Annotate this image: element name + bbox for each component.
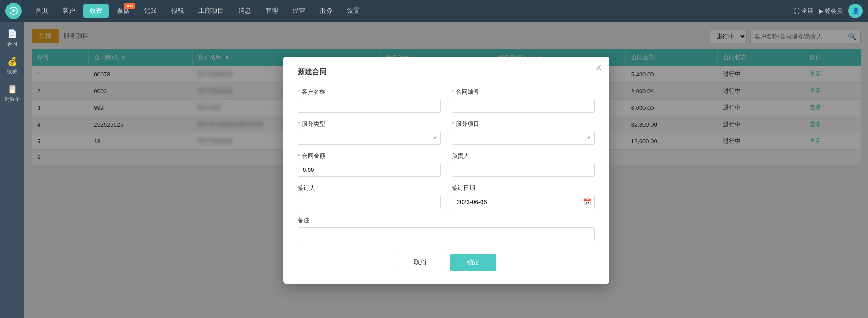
calendar-icon[interactable]: 📅: [583, 198, 591, 205]
main-content: 新增 服务项目 进行中 已完成 已终止 🔍 序号 合同: [24, 22, 868, 318]
label-responsible: 负责人: [452, 152, 595, 160]
avatar[interactable]: 👤: [848, 4, 863, 18]
new-contract-modal: ✕ 新建合同 * 客户名称 * 合同编号: [283, 57, 609, 284]
select-service-type[interactable]: [298, 131, 441, 145]
sidebar-item-contract[interactable]: 📄 合同: [1, 25, 24, 51]
service-item-wrapper: ▾: [452, 131, 595, 145]
label-contract-no: * 合同编号: [452, 88, 595, 96]
field-notes: 备注: [298, 216, 595, 241]
select-service-item[interactable]: [452, 131, 595, 145]
cancel-button[interactable]: 取消: [397, 254, 443, 271]
label-sign-date: 签订日期: [452, 184, 595, 192]
nav-service[interactable]: 服务: [313, 4, 339, 18]
fee-icon: 💰: [7, 57, 17, 66]
label-service-item: * 服务项目: [452, 120, 595, 128]
layout: 📄 合同 💰 收费 📋 对账单 新增 服务项目 进行中 已完成 已终止: [0, 22, 868, 318]
nav-client[interactable]: 客户: [56, 4, 82, 18]
nav-message[interactable]: 消息: [232, 4, 257, 18]
form-grid: * 客户名称 * 合同编号: [298, 88, 595, 241]
label-customer-name: * 客户名称: [298, 88, 441, 96]
input-customer-name[interactable]: [298, 99, 441, 113]
label-contract-amount: * 合同金额: [298, 152, 441, 160]
nav-menu: 首页 客户 收费 票据 new 记账 报税 工商项目 消息 管理 经营 服务 设…: [29, 4, 794, 18]
nav-tax[interactable]: 报税: [165, 4, 190, 18]
sidebar-item-fee[interactable]: 💰 收费: [1, 53, 24, 79]
reconciliation-icon: 📋: [7, 84, 17, 94]
new-badge: new: [124, 3, 135, 9]
modal-footer: 取消 确定: [298, 254, 595, 271]
input-contract-amount[interactable]: [298, 163, 441, 177]
nav-bookkeeping[interactable]: 记账: [138, 4, 163, 18]
input-signer[interactable]: [298, 195, 441, 209]
field-contract-no: * 合同编号: [452, 88, 595, 113]
nav-invoice[interactable]: 票据 new: [111, 4, 136, 18]
nav-settings[interactable]: 设置: [341, 4, 366, 18]
label-signer: 签订人: [298, 184, 441, 192]
field-responsible: 负责人: [452, 152, 595, 177]
modal-title: 新建合同: [298, 67, 595, 77]
nav-home[interactable]: 首页: [29, 4, 54, 18]
label-service-type: * 服务类型: [298, 120, 441, 128]
nav-operation[interactable]: 经营: [286, 4, 312, 18]
label-notes: 备注: [298, 216, 595, 224]
service-type-wrapper: ▾: [298, 131, 441, 145]
field-customer-name: * 客户名称: [298, 88, 441, 113]
sidebar: 📄 合同 💰 收费 📋 对账单: [0, 22, 24, 318]
field-contract-amount: * 合同金额: [298, 152, 441, 177]
field-service-type: * 服务类型 ▾: [298, 120, 441, 145]
nav-business[interactable]: 工商项目: [192, 4, 230, 18]
field-service-item: * 服务项目 ▾: [452, 120, 595, 145]
confirm-button[interactable]: 确定: [450, 254, 496, 271]
modal-close-button[interactable]: ✕: [595, 63, 602, 73]
contract-icon: 📄: [7, 29, 17, 39]
field-signer: 签订人: [298, 184, 441, 209]
input-notes[interactable]: [298, 227, 595, 241]
input-sign-date[interactable]: [452, 195, 595, 209]
sidebar-item-reconciliation[interactable]: 📋 对账单: [1, 81, 24, 106]
modal-overlay: ✕ 新建合同 * 客户名称 * 合同编号: [24, 22, 868, 318]
nav-manage[interactable]: 管理: [259, 4, 285, 18]
navbar: 首页 客户 收费 票据 new 记账 报税 工商项目 消息 管理 经营 服务 设…: [0, 0, 868, 22]
vip-icon: ▶: [819, 8, 823, 14]
input-contract-no[interactable]: [452, 99, 595, 113]
field-sign-date: 签订日期 📅: [452, 184, 595, 209]
vip-button[interactable]: ▶ 畅会员: [819, 7, 843, 15]
fullscreen-button[interactable]: ⛶ 全屏: [794, 7, 813, 15]
input-responsible[interactable]: [452, 163, 595, 177]
nav-fee[interactable]: 收费: [83, 4, 109, 18]
app-logo[interactable]: [5, 3, 22, 19]
navbar-right: ⛶ 全屏 ▶ 畅会员 👤: [794, 4, 863, 18]
sign-date-wrapper: 📅: [452, 195, 595, 209]
fullscreen-icon: ⛶: [794, 8, 800, 14]
